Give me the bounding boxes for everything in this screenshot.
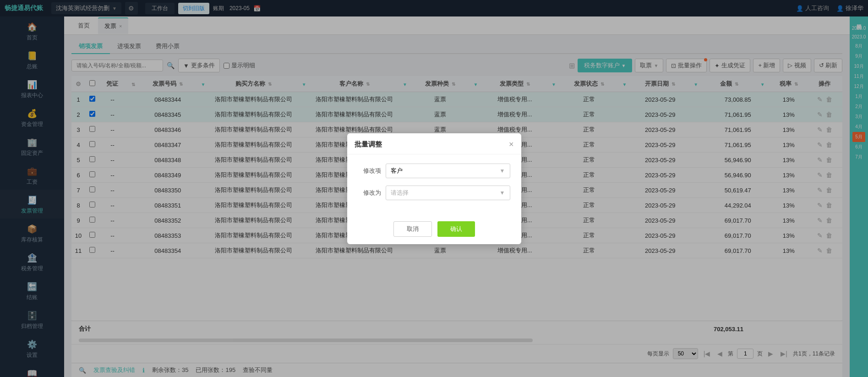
field-select[interactable]: 客户 ▼ — [386, 164, 510, 178]
cancel-button[interactable]: 取消 — [393, 221, 432, 237]
modal-body: 修改项 客户 ▼ 修改为 请选择 ▼ — [347, 154, 521, 217]
form-row-field: 修改项 客户 ▼ — [358, 164, 510, 178]
form-row-value: 修改为 请选择 ▼ — [358, 186, 510, 200]
confirm-button[interactable]: 确认 — [437, 221, 475, 237]
modal-footer: 取消 确认 — [347, 217, 521, 244]
batch-adjust-modal: 批量调整 × 修改项 客户 ▼ 修改为 请选择 ▼ 取消 确认 — [347, 133, 521, 244]
modal-overlay: 批量调整 × 修改项 客户 ▼ 修改为 请选择 ▼ 取消 确认 — [0, 0, 868, 377]
modal-header: 批量调整 × — [347, 133, 521, 154]
value-select[interactable]: 请选择 ▼ — [386, 186, 510, 200]
value-label: 修改为 — [358, 189, 386, 197]
modal-title: 批量调整 — [355, 140, 382, 149]
field-select-arrow-icon: ▼ — [500, 168, 505, 174]
field-label: 修改项 — [358, 167, 386, 175]
field-value: 客户 — [391, 167, 403, 175]
modal-close-button[interactable]: × — [509, 140, 514, 149]
value-placeholder: 请选择 — [391, 189, 409, 197]
value-select-arrow-icon: ▼ — [500, 190, 505, 196]
